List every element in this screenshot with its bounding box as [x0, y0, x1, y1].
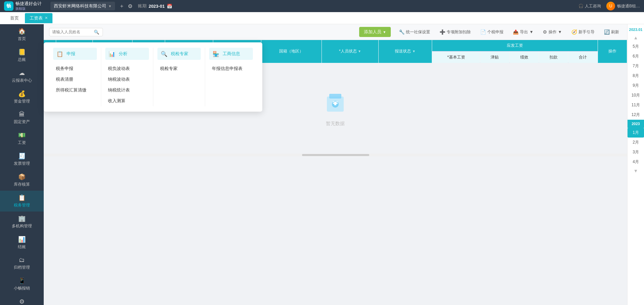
sidebar-item-cloud[interactable]: ☁ 云报表中心 — [0, 66, 44, 87]
sidebar-item-salary[interactable]: 💵 工资 — [0, 128, 44, 149]
section-expert-header: 🔍 税检专家 — [157, 48, 201, 60]
refresh-icon: 🔄 — [604, 29, 610, 35]
avatar-image: U — [606, 2, 615, 10]
month-8[interactable]: 8月 — [628, 71, 644, 81]
col-operation: 操作 — [598, 40, 627, 63]
month-11[interactable]: 11月 — [628, 100, 644, 110]
tax-return-icon: 📄 — [480, 29, 486, 35]
sidebar: 🏠 首页 📒 总账 ☁ 云报表中心 💰 资金管理 🏛 固定资产 💵 工资 🧾 发… — [0, 24, 44, 305]
tab-salary[interactable]: 工资表 ✕ — [25, 13, 52, 23]
sidebar-item-inventory[interactable]: 📦 库存核算 — [0, 170, 44, 191]
company-selector[interactable]: 西安虾米网络科技有限公司 ▼ — [50, 2, 115, 10]
menu-tax-wave[interactable]: 税负波动表 — [105, 63, 149, 74]
social-insurance-btn[interactable]: 🔧 统一社保设置 — [396, 28, 433, 36]
toolbar-actions: 🔧 统一社保设置 ➕ 专项附加扣除 📄 个税申报 📤 导出 ▼ ⚙ — [396, 28, 622, 36]
sidebar-item-asset[interactable]: 🏛 固定资产 — [0, 108, 44, 128]
month-6[interactable]: 6月 — [628, 51, 644, 61]
special-deduction-btn[interactable]: ➕ 专项附加扣除 — [437, 28, 473, 36]
sidebar-item-close[interactable]: 📊 结账 — [0, 232, 44, 253]
add-company-btn[interactable]: ＋ — [119, 3, 124, 10]
sidebar-item-tax[interactable]: 📋 税务管理 — [0, 191, 44, 212]
section-declaration-header: 📋 申报 — [53, 48, 97, 60]
menu-tax-declare[interactable]: 税务申报 — [53, 63, 97, 74]
close-period-icon: 📊 — [18, 236, 26, 243]
logo-area: 畅 畅捷通好会计 旗舰版 — [4, 1, 48, 11]
col-deduction: 扣款 — [539, 51, 568, 63]
sidebar-item-multi[interactable]: 🏢 多机构管理 — [0, 212, 44, 232]
special-icon: ➕ — [440, 29, 445, 35]
menu-annual-report[interactable]: 年报信息申报表 — [209, 63, 253, 74]
month-7[interactable]: 7月 — [628, 61, 644, 71]
sidebar-item-basic[interactable]: ⚙ 基础设置 — [0, 295, 44, 305]
menu-income-est[interactable]: 收入测算 — [105, 96, 149, 106]
col-payroll-group: 应发工资 — [432, 40, 598, 51]
settings-icon[interactable]: ⚙ — [128, 3, 132, 9]
add-person-button[interactable]: 添加人员 ▼ — [359, 27, 391, 37]
horizontal-scrollbar[interactable] — [44, 154, 627, 156]
service-btn[interactable]: 🎧 人工咨询 — [578, 3, 601, 9]
menu-tax-table[interactable]: 税表清册 — [53, 74, 97, 85]
menu-income-calc[interactable]: 所得税汇算清缴 — [53, 85, 97, 96]
sidebar-item-fund[interactable]: 💰 资金管理 — [0, 87, 44, 108]
home-icon: 🏠 — [18, 28, 26, 35]
col-base-salary: *基本工资 — [432, 51, 480, 63]
section-business: 🏪 工商信息 年报信息申报表 — [205, 48, 257, 106]
xiaochang-icon: 📱 — [18, 277, 26, 284]
sidebar-item-xiaochang[interactable]: 📱 小畅报销 — [0, 274, 44, 295]
menu-tax-expert[interactable]: 税检专家 — [157, 63, 201, 74]
month-12[interactable]: 12月 — [628, 110, 644, 120]
tax-return-btn[interactable]: 📄 个税申报 — [478, 28, 506, 36]
user-avatar[interactable]: U 畅捷通B组… — [606, 2, 640, 10]
fund-icon: 💰 — [18, 90, 26, 98]
sidebar-item-archive[interactable]: 🗂 归档管理 — [0, 253, 44, 274]
svg-point-6 — [336, 101, 338, 103]
dropdown-sections: 📋 申报 税务申报 税表清册 所得税汇算清缴 📊 分析 税负波动表 纳税波动表 … — [44, 42, 262, 112]
panel-down-btn[interactable]: ▼ — [632, 167, 640, 175]
panel-up-btn[interactable]: ▲ — [632, 34, 640, 42]
col-performance: 绩效 — [509, 51, 539, 63]
period-area: 账期 2023-01 📅 — [138, 3, 172, 9]
menu-tax-stat[interactable]: 纳税统计表 — [105, 85, 149, 96]
month-9[interactable]: 9月 — [628, 81, 644, 90]
calendar-icon[interactable]: 📅 — [167, 4, 172, 9]
month-3[interactable]: 3月 — [628, 147, 644, 157]
svg-rect-4 — [334, 102, 336, 105]
scroll-thumb[interactable] — [302, 154, 369, 156]
top-actions: ＋ ⚙ — [119, 3, 132, 10]
month-2[interactable]: 2月 — [628, 138, 644, 147]
month-4[interactable]: 4月 — [628, 157, 644, 167]
filter-status-icon[interactable]: ▼ — [358, 49, 361, 53]
declaration-icon: 📋 — [56, 50, 64, 58]
month-1[interactable]: 1月 — [628, 128, 644, 138]
top-right: 🎧 人工咨询 U 畅捷通B组… — [578, 2, 640, 10]
month-10[interactable]: 10月 — [628, 90, 644, 100]
export-arrow-icon: ▼ — [529, 30, 533, 34]
period-label: 账期 — [138, 3, 147, 9]
section-expert-title: 税检专家 — [171, 51, 188, 57]
tax-icon: 📋 — [18, 194, 26, 201]
filter-report-icon[interactable]: ▼ — [412, 49, 416, 53]
export-btn[interactable]: 📤 导出 ▼ — [510, 28, 536, 36]
tab-salary-label: 工资表 — [30, 15, 43, 21]
sidebar-item-ledger[interactable]: 📒 总账 — [0, 45, 44, 66]
month-5[interactable]: 5月 — [628, 42, 644, 51]
analysis-icon: 📊 — [108, 50, 116, 58]
search-input[interactable] — [52, 30, 92, 34]
section-declaration-title: 申报 — [67, 51, 75, 57]
add-person-label: 添加人员 — [364, 29, 381, 35]
empty-icon — [322, 90, 349, 117]
toolbar: 🔍 添加人员 ▼ 🔧 统一社保设置 ➕ 专项附加扣除 📄 个税申报 — [44, 24, 627, 40]
service-label: 人工咨询 — [585, 3, 601, 9]
tab-home[interactable]: 首页 — [5, 13, 24, 23]
newbie-icon: 🧭 — [571, 29, 577, 35]
app-name: 畅捷通好会计 — [15, 1, 42, 6]
empty-text: 暂无数据 — [326, 121, 345, 127]
sidebar-item-invoice[interactable]: 🧾 发票管理 — [0, 149, 44, 170]
menu-pay-wave[interactable]: 纳税波动表 — [105, 74, 149, 85]
newbie-guide-btn[interactable]: 🧭 新手引导 — [569, 28, 597, 36]
tab-salary-close[interactable]: ✕ — [45, 16, 48, 20]
refresh-btn[interactable]: 🔄 刷新 — [601, 28, 622, 36]
operate-btn[interactable]: ⚙ 操作 ▼ — [540, 28, 565, 36]
sidebar-item-home[interactable]: 🏠 首页 — [0, 24, 44, 45]
app-edition: 旗舰版 — [15, 6, 42, 11]
